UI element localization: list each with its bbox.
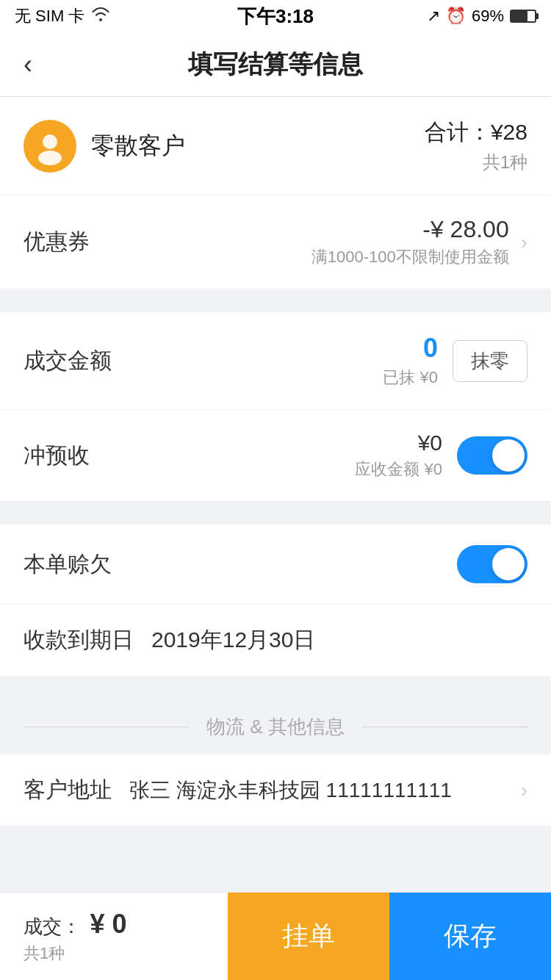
customer-name: 零散客户 bbox=[91, 130, 185, 162]
transaction-label: 成交金额 bbox=[24, 346, 112, 376]
coupon-value-block: -¥ 28.00 满1000-100不限制使用金额 bbox=[311, 216, 509, 268]
prereceive-main: ¥0 bbox=[355, 430, 442, 455]
bottom-deal-amount: ¥ 0 bbox=[90, 909, 126, 939]
address-chevron-icon: › bbox=[521, 779, 527, 802]
toggle-knob bbox=[492, 439, 525, 472]
bottom-bar: 成交： ¥ 0 共1种 挂单 保存 bbox=[0, 892, 551, 980]
prereceive-sub: 应收金额 ¥0 bbox=[355, 458, 442, 480]
debt-toggle-knob bbox=[492, 548, 525, 580]
address-section: 客户地址 张三 海淀永丰科技园 11111111111 › bbox=[0, 754, 551, 826]
customer-count: 共1种 bbox=[425, 151, 527, 174]
status-bar: 无 SIM 卡 下午3:18 ↗ ⏰ 69% bbox=[0, 0, 551, 32]
transaction-sub: 已抹 ¥0 bbox=[383, 367, 438, 389]
svg-point-0 bbox=[43, 134, 57, 149]
hang-single-button[interactable]: 挂单 bbox=[228, 893, 389, 981]
amount-block: 0 已抹 ¥0 bbox=[383, 333, 438, 389]
avatar bbox=[24, 120, 76, 173]
customer-right: 合计：¥28 共1种 bbox=[425, 118, 527, 174]
logistics-header: 物流 & 其他信息 bbox=[0, 699, 551, 754]
prereceive-label: 冲预收 bbox=[24, 441, 90, 471]
prereceive-row: 冲预收 ¥0 应收金额 ¥0 bbox=[0, 409, 551, 501]
transaction-right: 0 已抹 ¥0 抹零 bbox=[383, 333, 527, 389]
customer-left: 零散客户 bbox=[24, 120, 185, 173]
page-title: 填写结算等信息 bbox=[188, 48, 363, 82]
divider-2 bbox=[0, 513, 551, 525]
content: 零散客户 合计：¥28 共1种 优惠券 -¥ 28.00 满1000-100不限… bbox=[0, 97, 551, 933]
debt-section: 本单赊欠 收款到期日 2019年12月30日 bbox=[0, 525, 551, 676]
save-button[interactable]: 保存 bbox=[389, 893, 551, 981]
round-zero-button[interactable]: 抹零 bbox=[453, 340, 527, 382]
bottom-info: 成交： ¥ 0 共1种 bbox=[0, 909, 228, 965]
prereceive-value-block: ¥0 应收金额 ¥0 bbox=[355, 430, 442, 480]
status-left: 无 SIM 卡 bbox=[15, 5, 111, 27]
due-date-value: 2019年12月30日 bbox=[151, 625, 315, 655]
prereceive-right: ¥0 应收金额 ¥0 bbox=[355, 430, 527, 480]
status-right: ↗ ⏰ 69% bbox=[427, 7, 536, 26]
divider-3 bbox=[0, 688, 551, 699]
logistics-line-left bbox=[24, 727, 189, 727]
customer-row: 零散客户 合计：¥28 共1种 bbox=[0, 97, 551, 195]
customer-section: 零散客户 合计：¥28 共1种 优惠券 -¥ 28.00 满1000-100不限… bbox=[0, 97, 551, 289]
prereceive-toggle[interactable] bbox=[457, 436, 527, 475]
coupon-right: -¥ 28.00 满1000-100不限制使用金额 › bbox=[311, 216, 527, 268]
transaction-row: 成交金额 0 已抹 ¥0 抹零 bbox=[0, 312, 551, 409]
debt-label: 本单赊欠 bbox=[24, 550, 112, 580]
address-value: 张三 海淀永丰科技园 11111111111 bbox=[129, 777, 521, 804]
customer-total: 合计：¥28 bbox=[425, 118, 527, 148]
bottom-count: 共1种 bbox=[24, 943, 204, 965]
chevron-right-icon: › bbox=[521, 231, 527, 254]
svg-point-1 bbox=[38, 151, 62, 165]
battery-pct: 69% bbox=[472, 7, 504, 26]
no-sim-label: 无 SIM 卡 bbox=[15, 5, 84, 27]
coupon-label: 优惠券 bbox=[24, 227, 90, 257]
address-row[interactable]: 客户地址 张三 海淀永丰科技园 11111111111 › bbox=[0, 754, 551, 826]
address-label: 客户地址 bbox=[24, 775, 112, 805]
logistics-label: 物流 & 其他信息 bbox=[189, 714, 362, 740]
debt-row: 本单赊欠 bbox=[0, 525, 551, 604]
date-row: 收款到期日 2019年12月30日 bbox=[0, 604, 551, 676]
transaction-value: 0 bbox=[383, 333, 438, 364]
location-icon: ↗ bbox=[427, 7, 440, 26]
status-time: 下午3:18 bbox=[237, 4, 314, 29]
battery-icon bbox=[510, 10, 536, 23]
bottom-deal-row: 成交： ¥ 0 bbox=[24, 909, 204, 940]
due-date-label: 收款到期日 bbox=[24, 625, 134, 655]
debt-toggle[interactable] bbox=[457, 545, 527, 583]
back-button[interactable]: ‹ bbox=[18, 43, 38, 86]
transaction-section: 成交金额 0 已抹 ¥0 抹零 冲预收 ¥0 应收金额 ¥0 bbox=[0, 312, 551, 501]
bottom-deal-label: 成交： bbox=[24, 915, 81, 937]
logistics-line-right bbox=[362, 727, 527, 727]
divider-1 bbox=[0, 300, 551, 312]
alarm-icon: ⏰ bbox=[446, 7, 466, 26]
coupon-amount: -¥ 28.00 bbox=[311, 216, 509, 243]
coupon-desc: 满1000-100不限制使用金额 bbox=[311, 246, 509, 268]
coupon-row[interactable]: 优惠券 -¥ 28.00 满1000-100不限制使用金额 › bbox=[0, 195, 551, 289]
wifi-icon bbox=[90, 6, 111, 26]
nav-bar: ‹ 填写结算等信息 bbox=[0, 32, 551, 97]
